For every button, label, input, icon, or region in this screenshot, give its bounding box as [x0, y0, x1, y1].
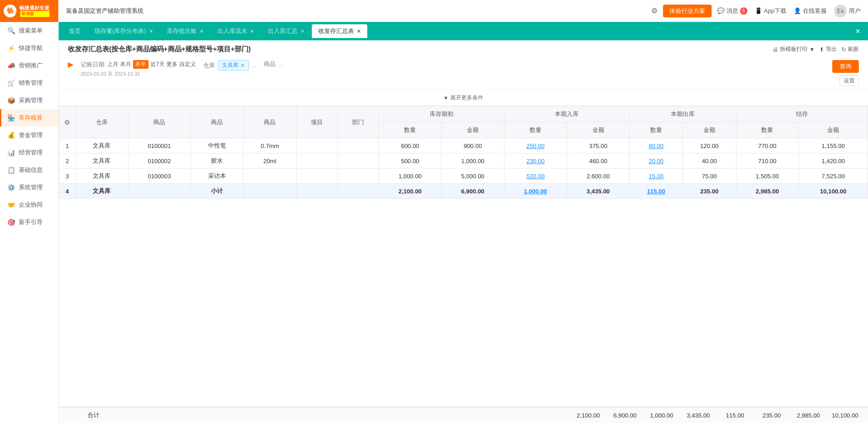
cell-start-amt: 1,000.00 — [442, 154, 504, 169]
cell-start-qty: 2,100.00 — [379, 184, 442, 199]
cell-out-qty: 15.00 — [630, 169, 683, 184]
cell-out-qty: 20.00 — [630, 154, 683, 169]
app-download-btn[interactable]: 📱 App下载 — [755, 7, 786, 15]
system-title: 装备及固定资产辅助管理系统 — [66, 7, 646, 15]
date-btns: 上月本月本年近7天更多自定义 — [107, 60, 196, 69]
print-label: 拆模板打印 — [780, 45, 807, 53]
cell-warehouse: 文具库 — [76, 184, 128, 199]
system-icon: ⚙️ — [7, 184, 15, 191]
content-area: 收发存汇总表(按仓库+商品编码+商品+规格型号+项目+部门) 🖨 拆模板打印 ▼… — [59, 40, 868, 423]
date-btn-本月[interactable]: 本月 — [120, 60, 131, 68]
sidebar-item-quick-nav[interactable]: ⚡快捷导航 — [0, 39, 58, 57]
sidebar-item-label: 销售管理 — [19, 79, 43, 87]
warehouse-more-btn[interactable]: ... — [252, 62, 256, 69]
cell-in-amt: 2,600.00 — [567, 169, 630, 184]
sidebar-item-finance[interactable]: 💰资金管理 — [0, 126, 58, 144]
footer-val-7: 10,100.00 — [827, 412, 863, 419]
sidebar-item-label: 经营管理 — [19, 148, 43, 157]
filter-collapse-btn[interactable]: ▶ — [68, 60, 73, 69]
date-btn-上月[interactable]: 上月 — [107, 60, 118, 68]
cell-no: 3 — [59, 169, 76, 184]
message-icon: 💬 — [717, 7, 724, 14]
date-btn-更多[interactable]: 更多 — [166, 60, 177, 68]
date-btn-近7天[interactable]: 近7天 — [150, 60, 165, 68]
settings-link-btn[interactable]: 设置 — [840, 76, 859, 86]
cell-code: 0100001 — [128, 138, 191, 154]
sidebar-item-guide[interactable]: 🎯新手引导 — [0, 214, 58, 231]
tab-close-4[interactable]: ✕ — [300, 28, 304, 34]
print-btn[interactable]: 🖨 拆模板打印 ▼ — [773, 45, 815, 53]
tab-5[interactable]: 收发存汇总表✕ — [312, 24, 367, 38]
sidebar-item-marketing[interactable]: 📣营销推广 — [0, 57, 58, 74]
export-btn[interactable]: ⬆ 导出 — [819, 45, 837, 53]
refresh-btn[interactable]: ↻ 刷新 — [841, 45, 859, 53]
experience-btn[interactable]: 体验行业方案 — [663, 5, 712, 17]
col-in-qty: 数量 — [504, 122, 567, 138]
sidebar-item-operation[interactable]: 📊经营管理 — [0, 144, 58, 161]
footer-val-0: 2,100.00 — [570, 412, 607, 419]
col-in-header: 本期入库 — [504, 106, 630, 122]
operation-icon: 📊 — [7, 149, 15, 156]
close-all-tabs-btn[interactable]: ✕ — [851, 27, 864, 35]
settings-icon[interactable]: ⚙ — [651, 6, 658, 15]
warehouse-tag: 文具库 ✕ — [218, 60, 249, 71]
tab-1[interactable]: 现存量(库存分布表)✕ — [88, 24, 160, 38]
table-row: 4 文具库 小计 2,100.00 6,900.00 1,000.00 3,43… — [59, 184, 868, 199]
message-btn[interactable]: 💬 消息 6 — [717, 7, 747, 15]
in-qty-link[interactable]: 230.00 — [526, 158, 545, 165]
cell-in-amt: 460.00 — [567, 154, 630, 169]
tab-close-1[interactable]: ✕ — [149, 28, 153, 34]
warehouse-label: 仓库 — [203, 61, 215, 70]
cell-in-qty: 1,000.00 — [504, 184, 567, 199]
out-qty-link[interactable]: 80.00 — [649, 143, 664, 149]
query-btn[interactable]: 查询 — [832, 60, 859, 73]
online-service-btn[interactable]: 👤 在线客服 — [794, 7, 827, 15]
warehouse-remove-btn[interactable]: ✕ — [240, 62, 245, 69]
sidebar-item-system[interactable]: ⚙️系统管理 — [0, 179, 58, 196]
sidebar-item-enterprise[interactable]: 🤝企业协同 — [0, 196, 58, 214]
export-label: 导出 — [826, 45, 837, 53]
tab-0[interactable]: 首页 — [62, 24, 87, 38]
user-area[interactable]: Ea 用户 — [834, 5, 861, 17]
in-qty-link[interactable]: 250.00 — [526, 143, 545, 149]
goods-more-btn[interactable]: ... — [278, 61, 283, 67]
logo-badge: 标准版 — [20, 11, 50, 17]
tab-close-2[interactable]: ✕ — [199, 28, 204, 34]
col-settings[interactable]: ⚙ — [59, 106, 76, 138]
in-qty-link[interactable]: 520.00 — [526, 173, 545, 180]
sidebar-item-label: 库存核算 — [19, 114, 43, 122]
out-qty-link[interactable]: 20.00 — [649, 158, 664, 165]
page-header-actions: 🖨 拆模板打印 ▼ ⬆ 导出 ↻ 刷新 — [773, 45, 859, 53]
sidebar-item-basic[interactable]: 📋基础信息 — [0, 161, 58, 179]
table-settings-icon[interactable]: ⚙ — [64, 119, 70, 126]
cell-no: 1 — [59, 138, 76, 154]
out-qty-link[interactable]: 15.00 — [649, 173, 664, 180]
tab-2[interactable]: 库存批次账✕ — [160, 24, 210, 38]
cell-in-qty: 250.00 — [504, 138, 567, 154]
expand-conditions-btn[interactable]: ▼ 展开更多条件 — [440, 92, 487, 104]
cell-start-amt: 5,000.00 — [442, 169, 504, 184]
sidebar-item-purchase[interactable]: 📦采购管理 — [0, 92, 58, 109]
tab-3[interactable]: 出入库流水✕ — [211, 24, 260, 38]
out-qty-link[interactable]: 115.00 — [647, 188, 665, 195]
date-label: 记账日期 — [81, 60, 105, 69]
tab-close-5[interactable]: ✕ — [357, 28, 361, 34]
cell-dept — [337, 138, 379, 154]
footer-val-4: 115.00 — [717, 412, 753, 419]
sidebar-item-inventory[interactable]: 🏪库存核算 — [0, 109, 58, 126]
sidebar-item-sales[interactable]: 🛒销售管理 — [0, 74, 58, 92]
tab-4[interactable]: 出入库汇总✕ — [261, 24, 311, 38]
col-out-header: 本期出库 — [630, 106, 736, 122]
message-label: 消息 — [726, 7, 738, 15]
cell-bal-amt: 7,525.00 — [799, 169, 868, 184]
warehouse-value: 文具库 — [222, 61, 238, 69]
cell-start-qty: 1,000.00 — [379, 169, 442, 184]
date-btn-本年[interactable]: 本年 — [133, 60, 149, 69]
col-warehouse-header: 仓库 — [76, 106, 128, 138]
tab-close-3[interactable]: ✕ — [250, 28, 254, 34]
cell-name: 中性笔 — [191, 138, 243, 154]
sidebar-item-search[interactable]: 🔍搜索菜单 — [0, 22, 58, 39]
in-qty-link[interactable]: 1,000.00 — [524, 188, 547, 195]
sales-icon: 🛒 — [7, 79, 15, 87]
date-btn-自定义[interactable]: 自定义 — [179, 60, 196, 68]
